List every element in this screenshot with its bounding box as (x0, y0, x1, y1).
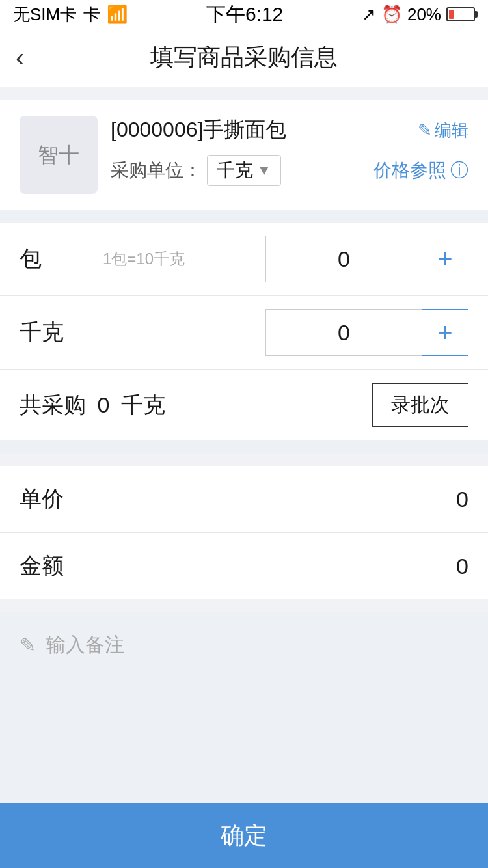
edit-button[interactable]: ✎ 编辑 (418, 119, 468, 142)
nav-bar: ‹ 填写商品采购信息 (0, 29, 488, 87)
status-right: ↗ ⏰ 20% (362, 5, 475, 25)
remark-input[interactable]: 输入备注 (46, 632, 124, 658)
product-card: 智十 [0000006]手撕面包 ✎ 编辑 采购单位： 千克 ▼ 价格参照 ⓘ (0, 100, 488, 210)
back-icon: ‹ (16, 43, 24, 72)
confirm-bar[interactable]: 确定 (0, 803, 488, 868)
product-image: 智十 (20, 116, 98, 194)
price-ref-label: 价格参照 (373, 158, 446, 183)
kg-input-row: 千克 + (0, 296, 488, 370)
product-info: [0000006]手撕面包 ✎ 编辑 采购单位： 千克 ▼ 价格参照 ⓘ (111, 116, 468, 186)
status-time: 下午6:12 (206, 1, 283, 28)
product-logo: 智十 (38, 142, 79, 167)
bao-sublabel: 1包=10千克 (103, 249, 185, 269)
status-bar: 无SIM卡 卡 📶 下午6:12 ↗ ⏰ 20% (0, 0, 488, 29)
remark-section[interactable]: ✎ 输入备注 (0, 612, 488, 678)
total-label: 共采购 (20, 392, 86, 417)
unit-price-label: 单价 (20, 484, 64, 514)
edit-icon: ✎ (418, 120, 432, 141)
info-section: 单价 0 金额 0 (0, 466, 488, 599)
total-text: 共采购 0 千克 (20, 390, 165, 420)
unit-label: 采购单位： (111, 158, 202, 183)
total-row: 共采购 0 千克 录批次 (0, 370, 488, 440)
bao-input-right: + (265, 236, 468, 282)
amount-value: 0 (456, 554, 468, 579)
unit-select[interactable]: 千克 ▼ (207, 155, 281, 186)
unit-value: 千克 (217, 158, 253, 183)
kg-plus-button[interactable]: + (422, 309, 468, 356)
battery-pct: 20% (407, 5, 441, 25)
kg-quantity-input[interactable] (265, 309, 422, 356)
unit-price-row: 单价 0 (0, 466, 488, 533)
battery-icon (446, 7, 475, 21)
confirm-button[interactable]: 确定 (221, 820, 267, 852)
total-amount: 0 (97, 392, 109, 417)
price-ref-button[interactable]: 价格参照 ⓘ (373, 158, 468, 183)
page-title: 填写商品采购信息 (150, 42, 338, 74)
back-button[interactable]: ‹ (16, 43, 24, 72)
section-divider-1 (0, 210, 488, 223)
amount-label: 金额 (20, 551, 64, 581)
input-section: 包 1包=10千克 + 千克 + 共采购 0 千克 录批次 (0, 223, 488, 440)
product-unit-row: 采购单位： 千克 ▼ 价格参照 ⓘ (111, 155, 468, 186)
kg-input-right: + (265, 309, 468, 356)
edit-label: 编辑 (435, 119, 468, 142)
battery-fill (449, 10, 454, 19)
product-name: [0000006]手撕面包 (111, 116, 286, 144)
total-unit: 千克 (121, 392, 165, 417)
bao-quantity-input[interactable] (265, 236, 422, 282)
unit-arrow-icon: ▼ (257, 162, 271, 179)
wifi-icon: 📶 (107, 5, 128, 25)
product-name-row: [0000006]手撕面包 ✎ 编辑 (111, 116, 468, 144)
alarm-icon: ⏰ (381, 5, 402, 25)
status-left: 无SIM卡 卡 📶 (13, 3, 128, 26)
location-icon: ↗ (362, 5, 376, 25)
section-divider-2 (0, 440, 488, 453)
bao-label: 包 (20, 244, 98, 274)
bao-input-row: 包 1包=10千克 + (0, 223, 488, 296)
remark-icon: ✎ (20, 634, 36, 657)
amount-row: 金额 0 (0, 533, 488, 599)
batch-button[interactable]: 录批次 (372, 383, 468, 427)
carrier-label: 无SIM卡 (13, 3, 77, 26)
bao-plus-button[interactable]: + (422, 236, 468, 282)
unit-selector: 采购单位： 千克 ▼ (111, 155, 281, 186)
sim-label: 卡 (83, 3, 100, 26)
unit-price-value: 0 (456, 487, 468, 512)
price-ref-help-icon: ⓘ (450, 158, 468, 183)
kg-label: 千克 (20, 318, 98, 347)
